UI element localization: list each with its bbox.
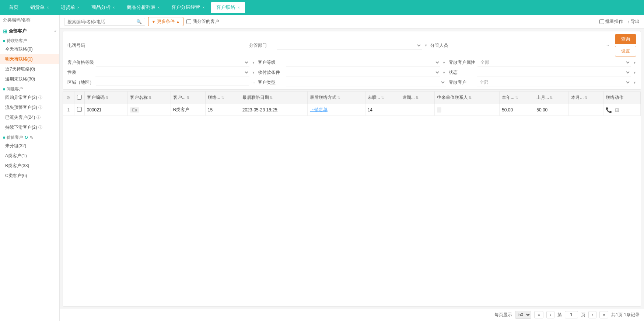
per-page-select[interactable]: 50 — [515, 311, 531, 319]
filter-gender: 性质 ▼ — [67, 69, 255, 76]
sidebar-item-class-a[interactable]: A类客户(1) — [0, 151, 59, 161]
my-customer-check[interactable] — [186, 19, 191, 24]
nav-customer-layer[interactable]: 客户分层经营 × — [166, 2, 210, 13]
filter-row-1: 电话号码 分管部门 ▼ 分管人员 ··· — [67, 34, 636, 56]
select-all-checkbox[interactable] — [77, 95, 82, 100]
table-row: 1 000021 Ea B类客户 15 2023-05-23 18:25: — [63, 104, 641, 116]
customer-code: 000021 — [84, 104, 127, 116]
sort-icon[interactable]: ⇅ — [381, 96, 384, 100]
col-actions: 联络动作 — [603, 92, 641, 104]
sidebar-item-churned[interactable]: 已流失客户(24) ⓘ — [0, 113, 59, 122]
zero-attr-select[interactable]: 全部 — [477, 59, 631, 66]
sort-icon[interactable]: ⇅ — [550, 96, 553, 100]
filter-customer-level: 客户等级 ▼ — [258, 59, 445, 66]
last-page-button[interactable]: » — [599, 311, 609, 318]
filter-price-level: 客户价格等级 ▼ — [67, 59, 255, 66]
zero-customer-select[interactable]: 全部 — [477, 79, 631, 86]
sidebar-item-class-c[interactable]: C类客户(6) — [0, 171, 59, 181]
area-input[interactable] — [96, 79, 249, 86]
nav-goods-analysis-list[interactable]: 商品分析列表 × — [122, 2, 165, 13]
sort-icon[interactable]: ⇅ — [584, 96, 587, 100]
export-icon: ↑ — [627, 19, 630, 24]
prev-page-button[interactable]: ‹ — [546, 311, 554, 318]
sidebar-item-churn-warning[interactable]: 流失预警客户(3) ⓘ — [0, 103, 59, 113]
nav-purchase-order[interactable]: 进货单 × — [56, 2, 85, 13]
sidebar-item-repurchase-anomaly[interactable]: 回购异常客户(2) ⓘ — [0, 93, 59, 103]
col-last-contact-way: 最后联络方式 ⇅ — [307, 92, 365, 104]
phone-icon[interactable]: 📞 — [606, 107, 612, 113]
sort-icon[interactable]: ⇅ — [148, 96, 151, 100]
page-unit: 页 — [581, 312, 585, 318]
ellipsis-icon[interactable]: ··· — [251, 80, 255, 85]
contact-way-link[interactable]: 下销货单 — [310, 107, 328, 112]
department-select[interactable] — [277, 42, 422, 49]
col-settings[interactable]: ⚙ — [63, 92, 74, 104]
sort-icon[interactable]: ⇅ — [105, 96, 108, 100]
close-icon[interactable]: × — [113, 6, 115, 10]
sort-icon[interactable]: ⇅ — [469, 96, 472, 100]
sidebar-item-overdue-contact[interactable]: 逾期未联络(30) — [0, 74, 59, 84]
sidebar-all-customers[interactable]: ⊞ 全部客户 « — [0, 25, 59, 36]
sort-icon[interactable]: ⇅ — [221, 96, 224, 100]
row-checkbox-cell — [74, 104, 84, 116]
payment-select[interactable] — [286, 69, 440, 76]
sort-icon[interactable]: ⇅ — [186, 96, 189, 100]
more-filter-button[interactable]: ▼ 更多条件 ▲ — [148, 17, 183, 26]
set-button[interactable]: 设置 — [615, 46, 636, 56]
close-icon[interactable]: × — [158, 6, 160, 10]
query-button[interactable]: 查询 — [615, 34, 636, 44]
sidebar-item-today-contact[interactable]: 今天待联络(0) — [0, 44, 59, 54]
sidebar-item-tomorrow-contact[interactable]: 明天待联络(1) — [0, 54, 59, 64]
export-button[interactable]: ↑ 导出 — [627, 18, 640, 25]
phone-input[interactable] — [95, 42, 246, 49]
sort-icon[interactable]: ⇅ — [337, 96, 340, 100]
sidebar-item-declining[interactable]: 持续下滑客户(2) ⓘ — [0, 122, 59, 132]
price-level-select[interactable] — [96, 59, 249, 66]
close-icon[interactable]: × — [47, 6, 49, 10]
col-not-contact: 未联... ⇅ — [365, 92, 400, 104]
row-checkbox[interactable] — [77, 107, 82, 112]
close-icon[interactable]: × — [202, 6, 204, 10]
collapse-icon: « — [54, 29, 56, 33]
sort-icon[interactable]: ⇅ — [270, 96, 273, 100]
last-contact-date: 2023-05-23 18:25: — [240, 104, 307, 116]
manager-input[interactable] — [458, 42, 603, 49]
next-page-button[interactable]: › — [588, 311, 596, 318]
status-select[interactable] — [477, 69, 631, 76]
customer-type: B类客户 — [171, 104, 205, 116]
sidebar-item-class-b[interactable]: B类客户(33) — [0, 161, 59, 171]
value-customer-group: 价值客户 ↻ ✎ — [0, 132, 59, 141]
my-customer-checkbox[interactable]: 我分管的客户 — [186, 18, 219, 25]
pending-contact-group: 待联络客户 — [0, 36, 59, 44]
nav-goods-analysis[interactable]: 商品分析 × — [86, 2, 120, 13]
batch-operation-button[interactable]: 批量操作 — [599, 18, 623, 25]
caret-up-icon: ▲ — [176, 19, 180, 24]
close-icon[interactable]: × — [238, 6, 240, 10]
sidebar-search-input[interactable] — [3, 17, 58, 23]
per-page-label: 每页显示 — [494, 312, 512, 318]
customer-level-select[interactable] — [286, 59, 440, 66]
nav-sales-order[interactable]: 销货单 × — [25, 2, 54, 13]
sidebar-search-container: 🔍 — [0, 15, 59, 25]
sidebar-item-week-contact[interactable]: 近7天待联络(0) — [0, 64, 59, 74]
nav-customer-contact[interactable]: 客户联络 × — [211, 2, 245, 13]
customer-type-select[interactable] — [286, 79, 445, 86]
batch-checkbox[interactable] — [599, 19, 604, 24]
search-input[interactable] — [67, 19, 135, 24]
close-icon[interactable]: × — [77, 6, 80, 10]
grid-icon[interactable]: ⊞ — [615, 107, 619, 113]
first-page-button[interactable]: « — [534, 311, 543, 318]
current-page-input[interactable] — [565, 311, 578, 318]
search-icon[interactable]: 🔍 — [136, 19, 142, 24]
sort-icon[interactable]: ⇅ — [515, 96, 518, 100]
sidebar-item-ungrouped[interactable]: 未分组(32) — [0, 141, 59, 151]
gender-select[interactable] — [95, 69, 249, 76]
sort-icon[interactable]: ⇅ — [416, 96, 419, 100]
action-cell: 📞 ⊞ — [603, 104, 641, 116]
ellipsis-icon[interactable]: ··· — [605, 43, 609, 48]
filter-payment: 收付款条件 ▼ — [258, 69, 445, 76]
unit-contact-person — [434, 104, 499, 116]
caret-down-icon: ▼ — [252, 61, 255, 65]
col-checkbox — [74, 92, 84, 104]
nav-home[interactable]: 首页 — [4, 2, 24, 13]
